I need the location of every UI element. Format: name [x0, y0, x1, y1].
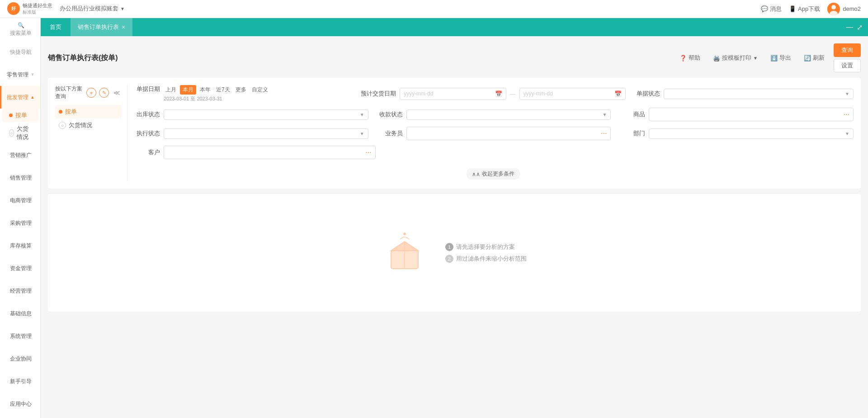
minimize-icon[interactable]: —: [846, 23, 853, 31]
export-icon: ⬇️: [770, 55, 778, 62]
help-btn[interactable]: ❓ 帮助: [676, 52, 704, 64]
customer-field: 客户 ···: [133, 146, 376, 159]
app-download-btn[interactable]: 📱 App下载: [789, 5, 820, 13]
scheme-label: 按单: [65, 108, 77, 116]
edit-scheme-btn[interactable]: ✎: [99, 88, 109, 98]
dept-select[interactable]: ▼: [649, 128, 854, 139]
filter-scheme-debt[interactable]: ○ 欠货情况: [55, 119, 122, 132]
chevron-down-icon: ▼: [360, 112, 364, 117]
sidebar-item-inventory[interactable]: 库存核算: [0, 234, 40, 257]
customer-label: 客户: [133, 148, 160, 157]
dept-label: 部门: [618, 129, 645, 138]
date-range-display: 2023-03-01 至 2023-03-31: [164, 95, 354, 102]
date-controls: 上月 本月 本年 近7天 更多 自定义 2023-03-01 至 2023-03…: [164, 85, 354, 102]
scheme-dot: [59, 110, 62, 114]
page-header: 销售订单执行表(按单) ❓ 帮助 🖨️ 按模板打印 ▼ ⬇️ 导出: [48, 43, 861, 72]
filter-panel: 按以下方案查询 + ✎ ≪ 按单 ○: [48, 78, 861, 189]
sidebar-item-wholesale[interactable]: 批发管理 ▲: [0, 86, 40, 109]
filter-scheme-order[interactable]: 按单: [55, 105, 122, 119]
filter-sidebar-icons: + ✎ ≪: [86, 88, 122, 98]
page-actions: ❓ 帮助 🖨️ 按模板打印 ▼ ⬇️ 导出 🔄 刷新: [676, 43, 861, 72]
date-separator: —: [510, 90, 516, 97]
receive-status-label: 收款状态: [376, 110, 403, 119]
sidebar-item-purchase[interactable]: 采购管理: [0, 212, 40, 234]
product-field: 商品 ···: [618, 108, 854, 121]
template-print-btn[interactable]: 🖨️ 按模板打印 ▼: [709, 52, 761, 64]
ship-status-field: 出库状态 ▼: [133, 109, 368, 120]
sidebar-item-basic[interactable]: 基础信息: [0, 302, 40, 325]
empty-state: 1 请先选择要分析的方案 2 用过滤条件来缩小分析范围: [382, 230, 527, 276]
tab-close-icon[interactable]: ×: [122, 24, 125, 30]
sidebar-item-label: 零售管理: [7, 71, 28, 79]
tab-home[interactable]: 首页: [41, 18, 71, 36]
customer-dots-icon: ···: [365, 148, 371, 157]
page-title: 销售订单执行表(按单): [48, 53, 118, 63]
sidebar-item-operations[interactable]: 经营管理: [0, 280, 40, 302]
message-btn[interactable]: 💬 消息: [761, 5, 782, 13]
user-area[interactable]: demo2: [827, 3, 861, 15]
logo-icon: 好: [7, 2, 20, 15]
settings-button[interactable]: 设置: [834, 59, 861, 72]
date-tab-this-year[interactable]: 本年: [198, 85, 212, 95]
tip-text-1: 请先选择要分析的方案: [456, 243, 515, 251]
top-bar: 好 畅捷通好生意 标准版 办公用品行业模拟账套 ▼ 💬 消息 📱 App下载: [0, 0, 868, 18]
chevron-down-icon: ▼: [120, 6, 125, 11]
add-scheme-btn[interactable]: +: [86, 88, 96, 98]
expected-date-field: 预计交货日期 yyyy-mm-dd 📅 — yyyy-mm-dd 📅: [361, 88, 626, 100]
active-dot: [9, 114, 13, 117]
query-settings-group: 查询 设置: [834, 43, 861, 72]
main-layout: 🔍 搜索菜单 快捷导航 零售管理 ▼ 批发管理 ▲ 按单 ○ 欠货情况 营销推广…: [0, 18, 868, 418]
inactive-circle: ○: [9, 129, 14, 137]
product-input-area[interactable]: ···: [649, 108, 854, 121]
tab-sales-exec[interactable]: 销售订单执行表 ×: [71, 18, 132, 36]
salesperson-input-area[interactable]: ···: [406, 127, 611, 140]
sidebar-item-system[interactable]: 系统管理: [0, 325, 40, 347]
sidebar-sub-order[interactable]: 按单: [2, 109, 38, 122]
company-selector[interactable]: 办公用品行业模拟账套 ▼: [56, 3, 128, 14]
expected-date-end[interactable]: yyyy-mm-dd 📅: [519, 88, 626, 100]
export-btn[interactable]: ⬇️ 导出: [767, 52, 795, 64]
receive-status-select[interactable]: ▼: [406, 109, 611, 120]
sidebar-item-retail[interactable]: 零售管理 ▼: [0, 63, 40, 86]
empty-tips: 1 请先选择要分析的方案 2 用过滤条件来缩小分析范围: [445, 243, 527, 263]
date-tab-7days[interactable]: 近7天: [214, 85, 232, 95]
sidebar-item-appstore[interactable]: 应用中心: [0, 393, 40, 415]
sidebar-item-wechat[interactable]: 企业微信: [0, 415, 40, 418]
maximize-icon[interactable]: ⤢: [857, 23, 863, 32]
ship-status-select[interactable]: ▼: [164, 109, 368, 120]
filter-row-1: 单据日期 上月 本月 本年 近7天 更多 自定义: [133, 85, 854, 102]
date-tab-more[interactable]: 更多: [234, 85, 248, 95]
date-tab-prev-month[interactable]: 上月: [164, 85, 178, 95]
svg-point-7: [403, 233, 406, 235]
customer-input-area[interactable]: ···: [164, 146, 376, 159]
search-icon: 🔍: [18, 22, 24, 29]
sidebar-item-sales[interactable]: 销售管理: [0, 166, 40, 189]
empty-tip-2: 2 用过滤条件来缩小分析范围: [445, 255, 527, 263]
sidebar-item-quicknav[interactable]: 快捷导航: [0, 41, 40, 63]
filter-layout: 按以下方案查询 + ✎ ≪ 按单 ○: [55, 85, 854, 181]
tip-text-2: 用过滤条件来缩小分析范围: [456, 255, 527, 263]
sidebar-item-newbie[interactable]: 新手引导: [0, 370, 40, 393]
top-bar-right: 💬 消息 📱 App下载 demo2: [761, 3, 861, 15]
sidebar-item-enterprise[interactable]: 企业协同: [0, 347, 40, 370]
salesperson-dots-icon: ···: [601, 129, 607, 138]
logo-text-area: 畅捷通好生意 标准版: [23, 2, 52, 15]
collapse-sidebar-btn[interactable]: ≪: [112, 88, 122, 98]
query-button[interactable]: 查询: [834, 43, 861, 57]
expected-date-start[interactable]: yyyy-mm-dd 📅: [400, 88, 506, 100]
status-select[interactable]: ▼: [664, 89, 854, 99]
sidebar-sub-debt[interactable]: ○ 欠货情况: [2, 122, 38, 144]
sidebar-item-ecommerce[interactable]: 电商管理: [0, 189, 40, 212]
empty-state-container: 1 请先选择要分析的方案 2 用过滤条件来缩小分析范围: [48, 194, 861, 312]
exec-status-select[interactable]: ▼: [164, 128, 368, 139]
sidebar-item-finance[interactable]: 资金管理: [0, 257, 40, 280]
date-tab-this-month[interactable]: 本月: [180, 85, 196, 95]
help-icon: ❓: [679, 55, 687, 62]
sidebar-item-search[interactable]: 🔍 搜索菜单: [0, 18, 40, 41]
collapse-btn[interactable]: ∧∧ 收起更多条件: [467, 168, 520, 180]
refresh-btn[interactable]: 🔄 刷新: [800, 52, 828, 64]
sidebar-item-marketing[interactable]: 营销推广: [0, 144, 40, 166]
mobile-icon: 📱: [789, 5, 796, 12]
logo-sub: 标准版: [23, 9, 52, 15]
date-tab-custom[interactable]: 自定义: [250, 85, 270, 95]
